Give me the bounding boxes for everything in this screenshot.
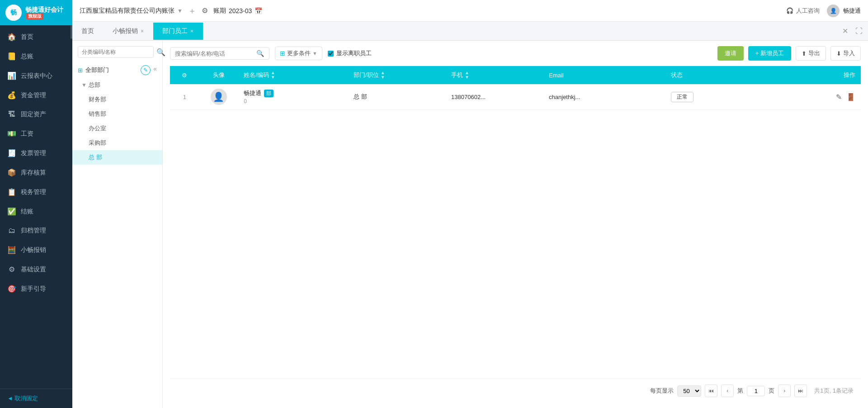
dept-tree-item-purchase[interactable]: 采购部 [72, 136, 162, 150]
general-ledger-icon: 📒 [7, 52, 16, 61]
sidebar-item-basic-settings[interactable]: ⚙ 基础设置 [0, 260, 72, 279]
filter-label: 更多条件 [287, 49, 311, 57]
filter-arrow-icon: ▼ [312, 51, 317, 56]
col-phone[interactable]: 手机 ▲▼ [446, 66, 543, 84]
dept-panel: 🔍 ⊞ 全部部门 ✎ « ▼ 总部 财务部 [72, 41, 163, 408]
col-actions: 操作 [788, 66, 861, 84]
sidebar-item-fixed-assets[interactable]: 🏗 固定资产 [0, 105, 72, 124]
employee-phone: 138070602... [451, 94, 486, 100]
settings-col-icon: ⚙ [182, 72, 187, 79]
dept-tree-item-general[interactable]: 总 部 [72, 150, 162, 165]
next-page-button[interactable]: › [778, 384, 791, 397]
add-company-icon[interactable]: ＋ [188, 5, 196, 16]
logo-text-area: 畅捷通好会计 旗舰版 [25, 6, 63, 20]
sidebar-item-archive-mgmt[interactable]: 🗂 归档管理 [0, 221, 72, 240]
maximize-window-icon[interactable]: ⛶ [854, 25, 864, 37]
dept-header-actions: ✎ « [141, 65, 157, 75]
col-actions-label: 操作 [844, 71, 855, 78]
add-employee-button[interactable]: + 新增员工 [748, 46, 791, 61]
toolbar-right: 邀请 + 新增员工 ⬆ 导出 ⬇ 导入 [717, 46, 861, 61]
dept-collapse-icon[interactable]: « [153, 65, 157, 75]
period-selector[interactable]: 账期 2023-03 📅 [213, 7, 262, 15]
page-input[interactable] [747, 386, 765, 396]
sidebar-item-report-center[interactable]: 📊 云报表中心 [0, 66, 72, 85]
sidebar-item-basic-settings-label: 基础设置 [21, 266, 46, 274]
last-page-button[interactable]: ⏭ [794, 384, 807, 397]
dept-tree-item-root[interactable]: ▼ 总部 [72, 78, 162, 92]
table-body: 1 👤 畅捷通 部 0 [170, 84, 861, 110]
dept-tree-item-finance[interactable]: 财务部 [72, 92, 162, 107]
user-name: 畅捷通 [843, 7, 861, 15]
sidebar-item-report-center-label: 云报表中心 [21, 72, 52, 80]
sidebar-item-archive-mgmt-label: 归档管理 [21, 227, 46, 235]
sidebar-item-invoice-mgmt[interactable]: 🧾 发票管理 [0, 143, 72, 163]
sidebar-item-payroll[interactable]: 💵 工资 [0, 124, 72, 143]
import-button[interactable]: ⬇ 导入 [830, 46, 861, 61]
prev-page-button[interactable]: ‹ [721, 384, 734, 397]
table-header: ⚙ 头像 姓名/编码 ▲▼ [170, 66, 861, 84]
dept-all-header: ⊞ 全部部门 ✎ « [72, 62, 162, 78]
sidebar-item-home[interactable]: 🏠 首页 [0, 27, 72, 47]
col-avatar-label: 头像 [213, 71, 225, 78]
col-settings[interactable]: ⚙ [170, 66, 199, 84]
dept-grid-icon: ⊞ [78, 67, 83, 74]
table-row: 1 👤 畅捷通 部 0 [170, 84, 861, 110]
edit-button[interactable]: ✎ [836, 93, 842, 101]
tab-dept-employee[interactable]: 部门员工 × [153, 23, 203, 40]
service-label: 人工咨询 [796, 7, 820, 15]
dept-tree-item-office[interactable]: 办公室 [72, 121, 162, 136]
dept-tree-office-label: 办公室 [89, 124, 106, 133]
col-status: 状态 [665, 66, 788, 84]
cancel-pin-label: ◄ 取消固定 [7, 394, 38, 403]
col-email-label: Email [549, 72, 564, 79]
sidebar-item-tax-mgmt[interactable]: 📋 税务管理 [0, 182, 72, 202]
show-resigned-input[interactable] [328, 51, 334, 57]
cancel-pin-button[interactable]: ◄ 取消固定 [0, 389, 72, 408]
tab-xiaochange-close-icon[interactable]: × [141, 28, 144, 34]
sidebar-item-xiaochange-expense[interactable]: 🧮 小畅报销 [0, 240, 72, 260]
search-icon[interactable]: 🔍 [256, 50, 264, 57]
company-selector[interactable]: 江西服宝精品有限责任公司内账张 ▼ [80, 7, 183, 15]
sidebar-item-inventory[interactable]: 📦 库存核算 [0, 163, 72, 182]
tab-dept-employee-close-icon[interactable]: × [190, 28, 193, 34]
sidebar-item-closing[interactable]: ✅ 结账 [0, 202, 72, 221]
home-icon: 🏠 [7, 33, 16, 41]
sidebar-item-fund-mgmt[interactable]: 💰 资金管理 [0, 85, 72, 105]
delete-button[interactable]: 🚪 [846, 93, 855, 101]
settings-icon[interactable]: ⚙ [202, 6, 208, 15]
toolbar: 🔍 ⊞ 更多条件 ▼ 显示离职员工 邀请 + 新增员工 ⬆ 导出 [170, 46, 861, 61]
page-label: 页 [769, 387, 774, 395]
col-name-code[interactable]: 姓名/编码 ▲▼ [238, 66, 348, 84]
employee-table: ⚙ 头像 姓名/编码 ▲▼ [170, 66, 861, 110]
sidebar-item-new-guide[interactable]: 🎯 新手引导 [0, 279, 72, 299]
tab-xiaochange[interactable]: 小畅报销 × [104, 23, 153, 40]
show-resigned-checkbox[interactable]: 显示离职员工 [328, 49, 372, 57]
col-dept-position-label: 部门/职位 [354, 71, 379, 79]
tab-home[interactable]: 首页 [72, 23, 104, 40]
fixed-assets-icon: 🏗 [7, 110, 16, 119]
close-window-icon[interactable]: ✕ [840, 25, 850, 37]
sidebar-item-xiaochange-expense-label: 小畅报销 [21, 246, 46, 254]
search-input[interactable] [175, 50, 256, 57]
calendar-icon: 📅 [255, 7, 262, 14]
employee-avatar: 👤 [211, 89, 227, 105]
import-icon: ⬇ [836, 50, 841, 57]
dept-search-input[interactable] [78, 46, 154, 58]
cell-actions: ✎ 🚪 [788, 84, 861, 110]
user-menu[interactable]: 👤 畅捷通 [827, 5, 861, 17]
dept-edit-icon[interactable]: ✎ [141, 65, 151, 75]
sidebar-item-general-ledger[interactable]: 📒 总账 [0, 47, 72, 66]
tab-dept-employee-label: 部门员工 [162, 27, 188, 35]
sidebar-scrollbar[interactable] [71, 25, 72, 39]
dept-tree-item-sales[interactable]: 销售部 [72, 107, 162, 121]
col-dept-position[interactable]: 部门/职位 ▲▼ [348, 66, 446, 84]
first-page-button[interactable]: ⏮ [705, 384, 717, 397]
tax-mgmt-icon: 📋 [7, 188, 16, 196]
more-filter-button[interactable]: ⊞ 更多条件 ▼ [275, 47, 322, 60]
export-button[interactable]: ⬆ 导出 [796, 46, 826, 61]
invite-button[interactable]: 邀请 [717, 46, 744, 61]
dept-badge: 部 [264, 90, 274, 97]
per-page-select[interactable]: 50 [677, 385, 701, 397]
service-button[interactable]: 🎧 人工咨询 [786, 7, 820, 15]
total-info: 共1页, 1条记录 [814, 387, 854, 395]
